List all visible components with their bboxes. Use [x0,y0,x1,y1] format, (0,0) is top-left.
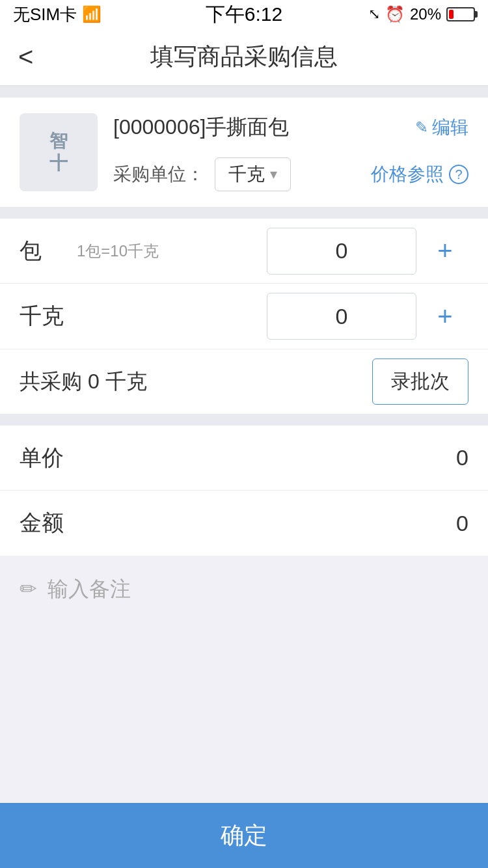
edit-button[interactable]: ✎ 编辑 [415,115,468,140]
product-card: 智 十 [0000006]手撕面包 ✎ 编辑 采购单位： 千克 ▾ 价格参照 ? [0,98,488,207]
product-info: [0000006]手撕面包 ✎ 编辑 采购单位： 千克 ▾ 价格参照 ? [113,113,468,191]
separator-mid1 [0,207,488,219]
alarm-icon: ⏰ [385,5,405,23]
wifi-icon: 📶 [82,5,102,23]
status-bar-right: ⤡ ⏰ 20% [368,5,475,23]
status-bar-left: 无SIM卡 📶 [13,3,102,26]
info-row-amount: 金额 0 [0,491,488,556]
unit-dropdown[interactable]: 千克 ▾ [215,157,291,191]
quantity-row-kg: 千克 0 + [0,284,488,349]
edit-icon: ✎ [415,118,428,137]
quantity-section: 包 1包=10千克 0 + 千克 0 + [0,219,488,349]
qty-plus-0[interactable]: + [422,228,468,275]
page-title: 填写商品采购信息 [150,41,338,73]
price-label: 单价 [20,443,456,473]
back-button[interactable]: < [18,42,33,72]
qty-input-1[interactable]: 0 [267,293,416,340]
product-name-row: [0000006]手撕面包 ✎ 编辑 [113,113,468,142]
location-icon: ⤡ [368,6,380,23]
product-image: 智 十 [20,113,98,191]
chevron-down-icon: ▾ [270,166,277,183]
batch-button[interactable]: 录批次 [372,359,468,405]
nav-bar: < 填写商品采购信息 [0,29,488,86]
quantity-row-bao: 包 1包=10千克 0 + [0,219,488,284]
status-bar: 无SIM卡 📶 下午6:12 ⤡ ⏰ 20% [0,0,488,29]
pencil-icon: ✏ [20,576,37,601]
content-bottom-pad [0,634,488,699]
edit-label: 编辑 [432,115,468,140]
confirm-label: 确定 [221,820,267,852]
unit-value: 千克 [228,162,265,187]
qty-label-0: 包 [20,236,72,266]
summary-row: 共采购 0 千克 录批次 [0,349,488,414]
price-value: 0 [456,445,468,470]
unit-selector: 采购单位： 千克 ▾ [113,157,291,191]
separator-mid2 [0,414,488,426]
info-row-price: 单价 0 [0,426,488,491]
summary-text: 共采购 0 千克 [20,368,372,396]
separator-top [0,86,488,98]
product-name: [0000006]手撕面包 [113,113,289,142]
info-section: 单价 0 金额 0 [0,426,488,556]
carrier-label: 无SIM卡 [13,3,77,26]
qty-input-0[interactable]: 0 [267,228,416,275]
qty-plus-1[interactable]: + [422,293,468,340]
battery-percentage: 20% [410,5,441,23]
status-bar-time: 下午6:12 [206,1,282,28]
remark-area[interactable]: ✏ 输入备注 [0,556,488,634]
amount-value: 0 [456,511,468,536]
help-icon: ? [449,165,468,184]
amount-label: 金额 [20,508,456,538]
battery-icon [446,7,475,21]
remark-placeholder: 输入备注 [47,575,131,604]
qty-label-1: 千克 [20,301,72,331]
confirm-button[interactable]: 确定 [0,803,488,868]
unit-label: 采购单位： [113,162,204,187]
price-ref-label: 价格参照 [371,162,444,187]
product-logo: 智 十 [49,130,68,174]
qty-sublabel-0: 1包=10千克 [77,241,159,262]
price-ref-button[interactable]: 价格参照 ? [371,162,468,187]
product-unit-row: 采购单位： 千克 ▾ 价格参照 ? [113,157,468,191]
